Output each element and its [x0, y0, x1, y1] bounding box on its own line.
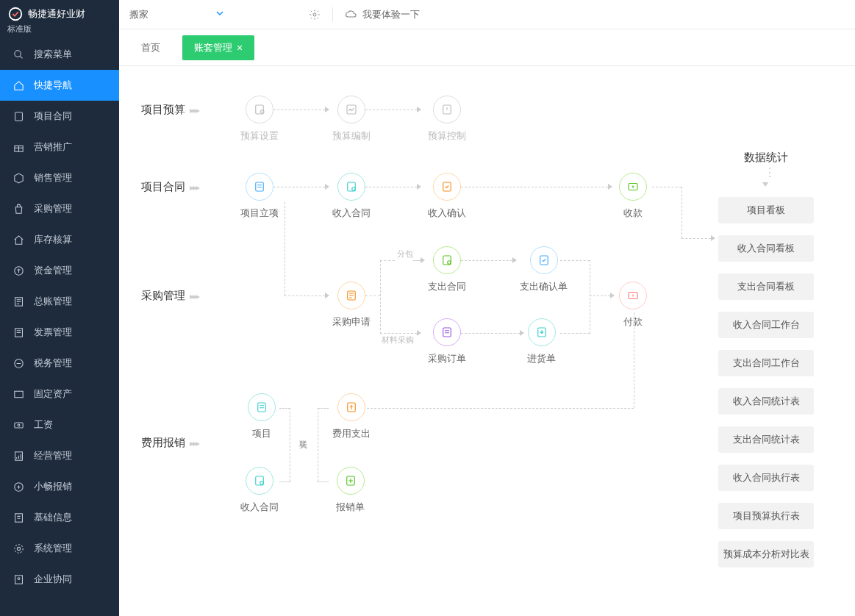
svg-rect-2: [15, 112, 22, 120]
svg-rect-8: [14, 391, 22, 398]
sidebar-label: 小畅报销: [34, 480, 72, 493]
node-income-contract[interactable]: 收入合同: [332, 173, 371, 220]
settings-icon[interactable]: [309, 9, 321, 21]
sidebar-label: 企业协同: [34, 573, 72, 586]
dots-icon: ⋮: [764, 171, 776, 175]
node-income-confirm[interactable]: 收入确认: [428, 173, 466, 220]
section-budget: 项目预算▸▸▸: [141, 103, 198, 117]
chevron-down-icon: [215, 9, 298, 20]
search-selector[interactable]: 搬家: [129, 8, 298, 21]
sidebar-item-10[interactable]: 税务管理: [0, 348, 119, 379]
node-budget-control[interactable]: 预算控制: [428, 96, 466, 143]
stat-button-3[interactable]: 收入合同工作台: [718, 312, 814, 338]
file-icon: [12, 110, 25, 123]
svg-point-0: [10, 8, 22, 21]
tab-home[interactable]: 首页: [129, 35, 172, 60]
node-project[interactable]: 项目: [248, 393, 276, 440]
sidebar-item-2[interactable]: 项目合同: [0, 101, 119, 132]
divider: [332, 7, 333, 22]
stat-button-7[interactable]: 收入合同执行表: [718, 465, 814, 491]
topbar: 搬家 我要体验一下: [119, 0, 855, 29]
node-reimburse[interactable]: 报销单: [336, 467, 365, 514]
node-payment[interactable]: 付款: [619, 282, 647, 329]
node-purchase-order[interactable]: 采购订单: [428, 318, 466, 365]
sidebar-label: 固定资产: [34, 387, 72, 401]
home-icon: [12, 79, 25, 92]
stat-button-5[interactable]: 收入合同统计表: [718, 388, 814, 415]
brand-subtitle: 标准版: [0, 24, 119, 39]
svg-point-10: [18, 424, 20, 426]
sidebar-item-15[interactable]: 基础信息: [0, 502, 119, 533]
cloud-experience-link[interactable]: 我要体验一下: [345, 8, 420, 21]
section-purchase: 采购管理▸▸▸: [141, 289, 198, 303]
salary-icon: [12, 418, 25, 431]
sidebar-item-16[interactable]: 系统管理: [0, 533, 119, 564]
sidebar-label: 搜索菜单: [34, 48, 72, 61]
sidebar-item-14[interactable]: 小畅报销: [0, 471, 119, 502]
workflow-canvas: 项目预算▸▸▸ 项目合同▸▸▸ 采购管理▸▸▸ 费用报销▸▸▸ 预算设置 预算编…: [119, 66, 855, 616]
svg-point-29: [448, 261, 451, 265]
stat-button-0[interactable]: 项目看板: [718, 197, 814, 223]
svg-rect-33: [443, 328, 451, 337]
svg-point-14: [17, 547, 20, 550]
svg-point-1: [14, 50, 20, 57]
stat-button-1[interactable]: 收入合同看板: [718, 235, 814, 262]
sidebar-item-7[interactable]: 资金管理: [0, 255, 119, 286]
tab-label: 账套管理: [194, 41, 232, 54]
sidebar-label: 采购管理: [34, 202, 72, 215]
cloud-icon: [345, 8, 358, 21]
stats-title: 数据统计: [744, 151, 788, 165]
sidebar-item-12[interactable]: 工资: [0, 409, 119, 440]
sidebar-label: 资金管理: [34, 264, 72, 277]
svg-rect-23: [256, 182, 264, 191]
stat-button-2[interactable]: 支出合同看板: [718, 273, 814, 300]
node-outgoing-confirm[interactable]: 支出确认单: [520, 246, 568, 293]
sidebar-item-5[interactable]: 采购管理: [0, 193, 119, 224]
cloud-label: 我要体验一下: [362, 8, 420, 21]
sidebar-item-11[interactable]: 固定资产: [0, 379, 119, 409]
sidebar-items: 搜索菜单快捷导航项目合同营销推广销售管理采购管理库存核算资金管理总账管理发票管理…: [0, 39, 119, 616]
svg-rect-13: [15, 513, 22, 521]
svg-point-38: [260, 481, 264, 485]
sidebar-label: 营销推广: [34, 140, 72, 154]
close-icon[interactable]: ×: [237, 42, 243, 54]
stat-button-8[interactable]: 项目预算执行表: [718, 503, 814, 529]
system-icon: [12, 542, 25, 555]
svg-rect-19: [256, 105, 264, 114]
node-project-init[interactable]: 项目立项: [240, 173, 279, 220]
sidebar-item-8[interactable]: 总账管理: [0, 286, 119, 317]
node-receipt[interactable]: 收款: [619, 173, 647, 220]
sidebar-label: 库存核算: [34, 233, 72, 246]
sidebar-item-17[interactable]: 企业协同: [0, 564, 119, 595]
stat-button-9[interactable]: 预算成本分析对比表: [718, 541, 814, 567]
node-outgoing-contract[interactable]: 支出合同: [428, 246, 466, 293]
sidebar-label: 项目合同: [34, 110, 72, 123]
label-subcontract: 分包: [397, 248, 413, 259]
sidebar-item-4[interactable]: 销售管理: [0, 162, 119, 193]
report-icon: [12, 449, 25, 462]
svg-rect-9: [14, 422, 22, 427]
svg-rect-35: [258, 403, 266, 412]
sidebar-item-6[interactable]: 库存核算: [0, 224, 119, 255]
node-income-contract-2[interactable]: 收入合同: [240, 467, 279, 514]
node-expense-pay[interactable]: 费用支出: [332, 393, 371, 440]
section-expense: 费用报销▸▸▸: [141, 436, 198, 450]
svg-point-15: [14, 544, 22, 552]
stat-button-6[interactable]: 支出合同统计表: [718, 426, 814, 453]
sidebar-item-9[interactable]: 发票管理: [0, 317, 119, 348]
node-stock-in[interactable]: 进货单: [527, 318, 556, 365]
stat-button-4[interactable]: 支出合同工作台: [718, 350, 814, 376]
sidebar-label: 税务管理: [34, 357, 72, 370]
sidebar-item-3[interactable]: 营销推广: [0, 132, 119, 162]
node-budget-compile[interactable]: 预算编制: [332, 96, 371, 143]
node-budget-setup[interactable]: 预算设置: [240, 96, 279, 143]
sidebar-label: 销售管理: [34, 171, 72, 185]
coin-icon: [12, 264, 25, 277]
tab-account-mgmt[interactable]: 账套管理 ×: [182, 35, 254, 60]
info-icon: [12, 511, 25, 524]
sidebar-item-1[interactable]: 快捷导航: [0, 70, 119, 101]
sidebar-item-0[interactable]: 搜索菜单: [0, 39, 119, 70]
node-purchase-apply[interactable]: 采购申请: [332, 282, 371, 329]
sidebar-label: 基础信息: [34, 511, 72, 524]
sidebar-item-13[interactable]: 经营管理: [0, 440, 119, 471]
